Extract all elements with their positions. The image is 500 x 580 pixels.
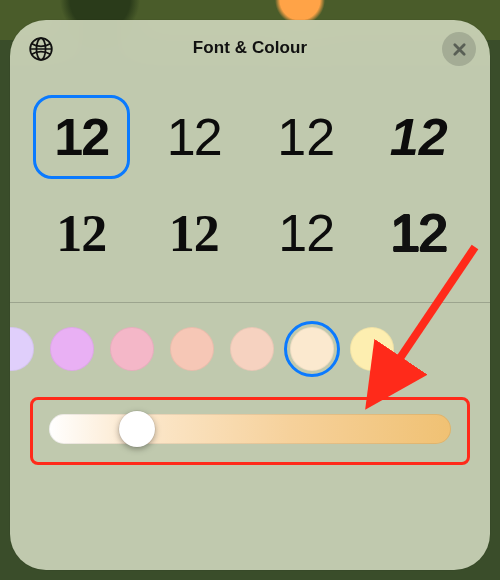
colour-swatch-0[interactable] (10, 327, 34, 371)
globe-icon (28, 36, 54, 62)
close-icon (452, 42, 467, 57)
hue-slider[interactable] (49, 414, 451, 444)
font-option-1[interactable]: 12 (149, 98, 240, 176)
font-colour-sheet: Font & Colour 12 12 12 12 12 12 12 12 (10, 20, 490, 570)
colour-swatch-6[interactable] (350, 327, 394, 371)
font-option-6[interactable]: 12 (261, 194, 352, 272)
font-option-2[interactable]: 12 (261, 98, 352, 176)
colour-swatch-4[interactable] (230, 327, 274, 371)
font-option-4[interactable]: 12 (36, 194, 127, 272)
font-option-3[interactable]: 12 (374, 98, 465, 176)
hue-slider-annotation-box (30, 397, 470, 465)
colour-swatch-row[interactable] (10, 303, 490, 393)
font-option-5[interactable]: 12 (149, 194, 240, 272)
language-button[interactable] (24, 32, 58, 66)
font-style-grid: 12 12 12 12 12 12 12 12 (10, 76, 490, 302)
sheet-header: Font & Colour (10, 20, 490, 76)
close-button[interactable] (442, 32, 476, 66)
colour-swatch-3[interactable] (170, 327, 214, 371)
colour-swatch-1[interactable] (50, 327, 94, 371)
colour-swatch-5[interactable] (290, 327, 334, 371)
sheet-title: Font & Colour (193, 38, 308, 58)
hue-slider-thumb[interactable] (119, 411, 155, 447)
font-option-7[interactable]: 12 (374, 194, 465, 272)
colour-swatch-2[interactable] (110, 327, 154, 371)
font-option-0[interactable]: 12 (36, 98, 127, 176)
